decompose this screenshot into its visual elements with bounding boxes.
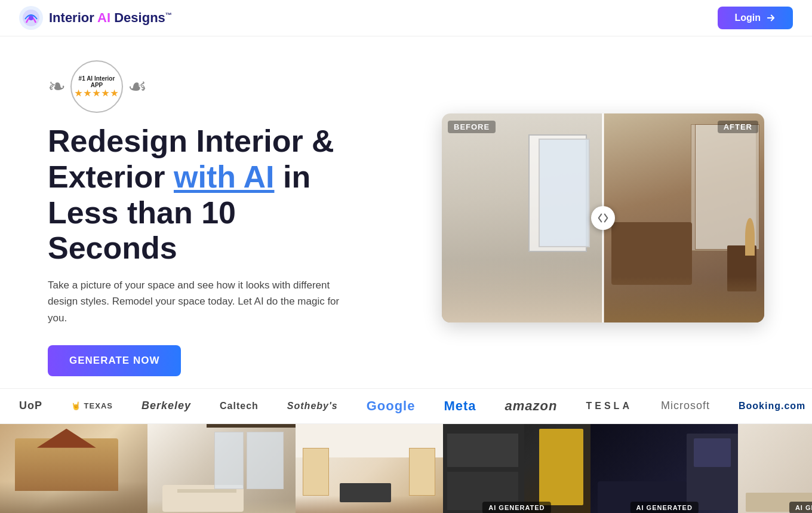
award-badge: ❧ #1 AI Interior APP ★★★★★ ☙ [48,60,346,113]
gallery-item-4: AI GENERATED [443,424,590,513]
gallery-image-3 [296,424,443,513]
gallery-image-5 [590,424,738,513]
before-after-widget: BEFORE AFTER [442,113,764,322]
laurel-left-icon: ❧ [48,76,66,97]
brand-logo-google: Google [367,398,416,414]
gallery-item-3 [296,424,443,513]
after-panel: AFTER [603,113,764,322]
brands-marquee: UoP 🤘 TEXAS Berkeley Caltech Sotheby's G… [0,398,812,414]
award-text: #1 AI Interior APP [79,75,115,88]
gallery-item-5: AI GENERATED [590,424,738,513]
gallery-strip: AI GENERATED AI GENERATED AI GEN... [0,424,812,513]
brand-logo-amazon: amazon [505,398,558,414]
hero-subtext: Take a picture of your space and see how… [48,277,346,326]
gallery-item-1 [0,424,147,513]
logo-link[interactable]: Interior AI Designs™ [19,6,172,30]
before-image [442,113,603,322]
logo-icon [19,6,43,30]
navbar: Interior AI Designs™ Login [0,0,812,36]
gallery-item-2 [147,424,295,513]
generate-now-button[interactable]: GENERATE NOW [48,345,181,376]
before-label: BEFORE [448,121,496,133]
after-label: AFTER [718,121,758,133]
slider-arrows-icon [596,211,610,225]
award-badge-inner: #1 AI Interior APP ★★★★★ [70,60,123,113]
brand-logo-penn: UoP [19,400,42,412]
brand-logo-booking: Booking.com [739,401,805,411]
brand-logo-texas: 🤘 TEXAS [71,401,113,410]
brand-logo-caltech: Caltech [220,401,259,411]
before-panel: BEFORE [442,113,603,322]
hero-left: ❧ #1 AI Interior APP ★★★★★ ☙ Redesign In… [48,60,346,376]
ai-generated-badge-5: AI GENERATED [630,502,699,513]
award-stars: ★★★★★ [75,88,119,98]
ai-generated-badge-6: AI GEN... [789,502,812,513]
brand-logo-tesla: TESLA [586,401,632,411]
brand-logo-berkeley: Berkeley [142,400,191,412]
arrow-right-icon [765,13,776,23]
gallery-image-1 [0,424,147,513]
hero-heading: Redesign Interior & Exterior with AI in … [48,124,346,266]
brand-logo-microsoft: Microsoft [661,400,710,412]
ai-generated-badge-4: AI GENERATED [482,502,550,513]
login-button[interactable]: Login [718,7,793,29]
brand-logo-sothebys: Sotheby's [287,401,338,411]
after-image [603,113,764,322]
brands-strip: UoP 🤘 TEXAS Berkeley Caltech Sotheby's G… [0,388,812,424]
slider-handle[interactable] [591,206,615,230]
gallery-image-2 [147,424,295,513]
with-ai-text: with AI [174,159,275,194]
gallery-image-4 [443,424,590,513]
brand-logo-meta: Meta [444,398,476,414]
gallery-image-6 [738,424,812,513]
svg-point-2 [29,16,33,20]
gallery-item-6: AI GEN... [738,424,812,513]
logo-text: Interior AI Designs™ [49,10,172,26]
hero-section: ❧ #1 AI Interior APP ★★★★★ ☙ Redesign In… [0,36,812,388]
laurel-right-icon: ☙ [128,76,147,97]
